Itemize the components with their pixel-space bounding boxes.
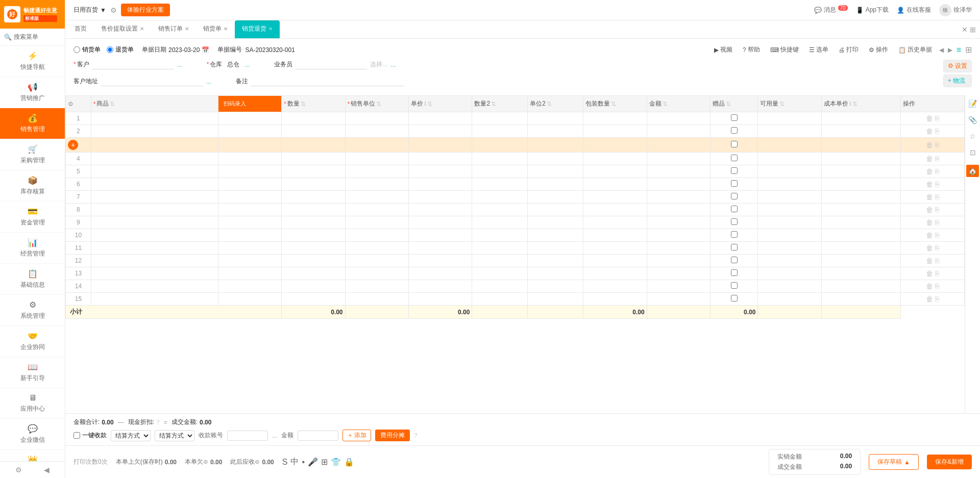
available-cell-15[interactable] (758, 293, 821, 306)
qty2-cell-6[interactable] (472, 178, 528, 191)
sidebar-item-sales[interactable]: 💰 销售管理 (0, 108, 65, 139)
sidebar-item-marketing[interactable]: 📢 营销推广 (0, 77, 65, 108)
copy-icon-15[interactable]: ⎘ (935, 295, 939, 303)
gift-cell-13[interactable] (710, 267, 758, 280)
gift-checkbox-9[interactable] (731, 218, 738, 225)
sidebar-item-finance[interactable]: 💳 资金管理 (0, 202, 65, 233)
pkg-cell-8[interactable] (583, 204, 647, 216)
sidebar-item-purchase[interactable]: 🛒 采购管理 (0, 139, 65, 170)
radio-sales-input[interactable] (74, 46, 80, 53)
price-cell-13[interactable] (408, 267, 472, 280)
panel-attach-icon[interactable]: 📎 (968, 116, 977, 124)
toolbar-help-btn[interactable]: ? 帮助 (740, 44, 763, 56)
cost-cell-6[interactable] (821, 178, 901, 191)
unit-cell-4[interactable] (345, 153, 408, 165)
add-btn[interactable]: ＋ 添加 (342, 430, 371, 441)
save-new-btn[interactable]: 保存&新增 (927, 455, 972, 469)
wuliu-btn[interactable]: + 物流 (943, 74, 972, 87)
goods-cell-14[interactable] (91, 280, 218, 293)
available-cell-12[interactable] (758, 255, 821, 267)
qty-cell-7[interactable] (282, 191, 345, 204)
unit2-cell-9[interactable] (528, 216, 583, 229)
pkg-cell-5[interactable] (583, 165, 647, 178)
unit-cell-14[interactable] (345, 280, 408, 293)
price-cell-14[interactable] (408, 280, 472, 293)
view-list-icon[interactable]: ≡ (957, 45, 961, 55)
pkg-cell-13[interactable] (583, 267, 647, 280)
cost-cell-15[interactable] (821, 293, 901, 306)
cost-cell-12[interactable] (821, 255, 901, 267)
delete-icon-13[interactable]: 🗑 (926, 269, 933, 278)
staff-input[interactable] (296, 60, 367, 69)
copy-icon-10[interactable]: ⎘ (935, 231, 939, 239)
unit2-cell-15[interactable] (528, 293, 583, 306)
qty2-cell-3[interactable] (472, 138, 528, 153)
copy-icon-12[interactable]: ⎘ (935, 257, 939, 265)
unit2-cell-13[interactable] (528, 267, 583, 280)
unit2-cell-8[interactable] (528, 204, 583, 216)
sort-icon[interactable]: ⇅ (376, 100, 381, 108)
amount-cell-3[interactable] (647, 138, 710, 153)
nav-next-icon[interactable]: ▶ (948, 46, 952, 54)
cost-cell-7[interactable] (821, 191, 901, 204)
warehouse-dots[interactable]: ... (244, 61, 250, 68)
gift-cell-14[interactable] (710, 280, 758, 293)
goods-cell-1[interactable] (91, 112, 218, 125)
price-cell-10[interactable] (408, 229, 472, 242)
tab-price-setting[interactable]: 售价提取设置 ✕ (94, 20, 151, 38)
goods-cell-12[interactable] (91, 255, 218, 267)
gift-checkbox-5[interactable] (731, 167, 738, 174)
pkg-cell-4[interactable] (583, 153, 647, 165)
cost-cell-10[interactable] (821, 229, 901, 242)
gift-cell-15[interactable] (710, 293, 758, 306)
price-cell-2[interactable] (408, 125, 472, 138)
price-cell-3[interactable] (408, 138, 472, 153)
one-click-pay-label[interactable]: 一键收款 (74, 431, 107, 440)
gift-cell-6[interactable] (710, 178, 758, 191)
cost-cell-5[interactable] (821, 165, 901, 178)
unit-cell-1[interactable] (345, 112, 408, 125)
pkg-cell-14[interactable] (583, 280, 647, 293)
sidebar-item-system[interactable]: ⚙ 系统管理 (0, 295, 65, 326)
delete-icon-5[interactable]: 🗑 (926, 167, 933, 175)
price-cell-15[interactable] (408, 293, 472, 306)
qty-cell-9[interactable] (282, 216, 345, 229)
calendar-icon[interactable]: 📅 (202, 46, 209, 54)
pkg-cell-15[interactable] (583, 293, 647, 306)
radio-return-input[interactable] (107, 46, 113, 53)
delete-icon-10[interactable]: 🗑 (926, 231, 933, 239)
sidebar-search[interactable]: 🔍 搜索菜单 (0, 29, 65, 46)
unit-cell-3[interactable] (345, 138, 408, 153)
price-cell-8[interactable] (408, 204, 472, 216)
sort-icon[interactable]: ⇅ (852, 100, 857, 108)
qty-cell-12[interactable] (282, 255, 345, 267)
delete-icon-1[interactable]: 🗑 (926, 114, 933, 122)
unit2-cell-12[interactable] (528, 255, 583, 267)
gift-checkbox-11[interactable] (731, 244, 738, 250)
fee-split-btn[interactable]: 费用分摊 (375, 430, 410, 441)
cost-cell-3[interactable] (821, 138, 901, 153)
qty-cell-1[interactable] (282, 112, 345, 125)
tab-sales[interactable]: 销货单 ✕ (196, 20, 235, 38)
tab-close-icon[interactable]: ✕ (224, 26, 228, 32)
delete-icon-8[interactable]: 🗑 (926, 206, 933, 214)
gift-cell-1[interactable] (710, 112, 758, 125)
qty-cell-14[interactable] (282, 280, 345, 293)
app-download-btn[interactable]: 📱 App下载 (856, 6, 889, 14)
delete-icon-14[interactable]: 🗑 (926, 282, 933, 290)
customer-dots[interactable]: ... (177, 61, 182, 68)
amount-input[interactable] (298, 431, 338, 441)
taskbar-icon-3[interactable]: • (302, 458, 305, 467)
amount-cell-1[interactable] (647, 112, 710, 125)
account-no-input[interactable] (227, 431, 268, 441)
pkg-cell-2[interactable] (583, 125, 647, 138)
price-cell-4[interactable] (408, 153, 472, 165)
gift-cell-12[interactable] (710, 255, 758, 267)
unit2-cell-6[interactable] (528, 178, 583, 191)
gift-cell-2[interactable] (710, 125, 758, 138)
price-cell-6[interactable] (408, 178, 472, 191)
unit2-cell-11[interactable] (528, 242, 583, 255)
qty-cell-2[interactable] (282, 125, 345, 138)
copy-icon-4[interactable]: ⎘ (935, 155, 939, 163)
toolbar-operate-btn[interactable]: ⚙ 操作 (866, 44, 891, 56)
